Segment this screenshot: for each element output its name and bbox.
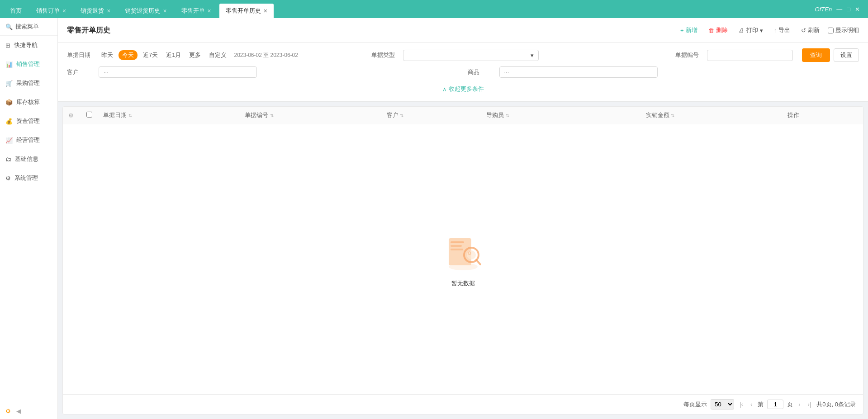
query-button[interactable]: 查询 [802, 48, 830, 62]
window-max-button[interactable]: □ [847, 6, 850, 13]
sidebar-item-basic-info[interactable]: 🗂 基础信息 [0, 150, 57, 169]
refresh-button-label: 刷新 [808, 26, 820, 34]
sidebar-item-sales-mgmt[interactable]: 📊 销售管理 [0, 55, 57, 74]
tab-retail-open[interactable]: 零售开单 [175, 4, 218, 18]
date-opt-more[interactable]: 更多 [186, 50, 204, 60]
quick-nav-icon: ⊞ [5, 42, 10, 49]
product-select[interactable]: ··· [499, 66, 658, 78]
sidebar-search-label: 搜索菜单 [15, 23, 39, 31]
th-amount-label: 实销金额 [646, 112, 669, 118]
sidebar-item-inventory[interactable]: 📦 库存核算 [0, 93, 57, 112]
prev-page-button[interactable]: ‹ [749, 400, 754, 409]
date-opt-custom[interactable]: 自定义 [206, 50, 229, 60]
customer-placeholder: ··· [104, 69, 109, 75]
print-button[interactable]: 🖨 打印 ▾ [736, 24, 766, 36]
doc-no-input[interactable] [707, 50, 793, 61]
product-filter: 商品 ··· [468, 66, 859, 78]
sidebar-bottom: ⚙ ◀ [0, 403, 57, 419]
per-page-label: 每页显示 [683, 400, 707, 409]
per-page-select[interactable]: 10 20 50 100 [711, 399, 734, 410]
tab-sales-return-history-close[interactable] [163, 7, 166, 14]
next-page-button[interactable]: › [797, 400, 802, 409]
tab-sales-return-history[interactable]: 销货退货历史 [119, 4, 173, 18]
tab-sales-return-label: 销货退货 [81, 7, 104, 15]
tab-sales-order[interactable]: 销售订单 [30, 4, 72, 18]
sidebar-item-inventory-label: 库存核算 [16, 98, 40, 106]
purchase-mgmt-icon: 🛒 [5, 80, 13, 87]
date-opt-yesterday[interactable]: 昨天 [99, 50, 116, 60]
date-filter: 单据日期 昨天 今天 近7天 近1月 更多 自定义 2023-06-02 至 2… [67, 50, 362, 60]
date-opt-last7[interactable]: 近7天 [140, 50, 161, 60]
print-button-label: 打印 [746, 26, 758, 34]
sidebar-item-finance[interactable]: 💰 资金管理 [0, 112, 57, 131]
window-close-button[interactable]: ✕ [855, 6, 860, 13]
th-guide: 导购员 ⇅ [481, 107, 602, 124]
th-action-label: 操作 [787, 112, 799, 118]
window-min-button[interactable]: — [836, 6, 842, 13]
operation-icon: 📈 [5, 137, 13, 144]
delete-button-label: 删除 [716, 26, 728, 34]
sidebar-item-system-mgmt[interactable]: ⚙ 系统管理 [0, 169, 57, 188]
collapse-more-button[interactable]: ∧ 收起更多条件 [67, 82, 859, 96]
refresh-icon: ↺ [801, 27, 806, 34]
delete-icon: 🗑 [708, 27, 714, 34]
sort-date-icon[interactable]: ⇅ [128, 113, 132, 118]
doc-type-select[interactable]: ▾ [403, 50, 539, 61]
export-button[interactable]: ↑ 导出 [771, 24, 793, 36]
print-down-icon: ▾ [760, 27, 763, 34]
filter-row-1: 单据日期 昨天 今天 近7天 近1月 更多 自定义 2023-06-02 至 2… [67, 48, 859, 62]
table-settings-icon[interactable]: ⚙ [68, 112, 74, 119]
total-info: 共0页, 0条记录 [816, 400, 856, 409]
sidebar-search[interactable]: 搜索菜单 [0, 18, 57, 36]
sidebar-item-purchase-mgmt[interactable]: 🛒 采购管理 [0, 74, 57, 93]
date-opt-last-month[interactable]: 近1月 [163, 50, 184, 60]
action-buttons: 查询 设置 [802, 48, 859, 62]
last-page-button[interactable]: ›| [806, 400, 813, 409]
sort-no-icon[interactable]: ⇅ [270, 113, 274, 118]
sort-customer-icon[interactable]: ⇅ [400, 113, 403, 118]
tab-retail-open-close[interactable] [208, 7, 211, 14]
sort-amount-icon[interactable]: ⇅ [671, 113, 674, 118]
search-icon [5, 24, 13, 30]
refresh-button[interactable]: ↺ 刷新 [798, 24, 822, 36]
customer-select[interactable]: ··· [99, 66, 257, 78]
sidebar-item-operation[interactable]: 📈 经营管理 [0, 131, 57, 150]
new-button[interactable]: + 新增 [678, 24, 700, 36]
page-input[interactable]: 1 [767, 400, 783, 409]
th-spacer [602, 107, 640, 124]
tab-home[interactable]: 首页 [4, 4, 28, 18]
settings-button[interactable]: 设置 [834, 48, 859, 62]
page-label: 第 [758, 400, 764, 409]
date-range-display: 2023-06-02 至 2023-06-02 [234, 52, 298, 59]
sidebar-settings-icon[interactable]: ⚙ [5, 408, 11, 414]
doc-type-label: 单据类型 [371, 51, 398, 59]
show-detail-input[interactable] [828, 28, 834, 33]
th-guide-label: 导购员 [486, 112, 504, 118]
select-all-checkbox[interactable] [86, 112, 92, 118]
svg-rect-3 [451, 245, 462, 247]
sidebar-item-quick-nav[interactable]: ⊞ 快捷导航 [0, 36, 57, 55]
delete-button[interactable]: 🗑 删除 [706, 24, 730, 36]
sidebar-item-basic-info-label: 基础信息 [15, 155, 38, 163]
export-icon: ↑ [774, 27, 777, 34]
page-title-row: 零售开单历史 + 新增 🗑 删除 🖨 打印 ▾ [67, 24, 859, 36]
tab-sales-return[interactable]: 销货退货 [74, 4, 117, 18]
tab-retail-open-history-close[interactable] [264, 7, 267, 14]
doc-no-filter: 单据编号 [675, 50, 793, 61]
tab-sales-return-close[interactable] [107, 7, 110, 14]
tab-retail-open-history[interactable]: 零售开单历史 [219, 4, 274, 18]
finance-icon: 💰 [5, 118, 13, 125]
sidebar-item-operation-label: 经营管理 [16, 136, 40, 144]
svg-rect-4 [451, 249, 463, 250]
table-wrapper: ⚙ 单据日期 ⇅ 单据编号 ⇅ [63, 107, 863, 394]
product-placeholder: ··· [504, 69, 509, 75]
first-page-button[interactable]: |‹ [738, 400, 745, 409]
sort-guide-icon[interactable]: ⇅ [506, 113, 509, 118]
tab-sales-order-close[interactable] [62, 7, 66, 14]
filter-area: 单据日期 昨天 今天 近7天 近1月 更多 自定义 2023-06-02 至 2… [58, 43, 868, 102]
date-opt-today[interactable]: 今天 [119, 50, 138, 60]
show-detail-checkbox[interactable]: 显示明细 [828, 26, 859, 34]
pagination: 每页显示 10 20 50 100 |‹ ‹ 第 1 页 › ›| 共0页, 0… [63, 394, 863, 414]
show-detail-label: 显示明细 [835, 26, 859, 34]
sidebar-collapse-icon[interactable]: ◀ [16, 408, 21, 414]
